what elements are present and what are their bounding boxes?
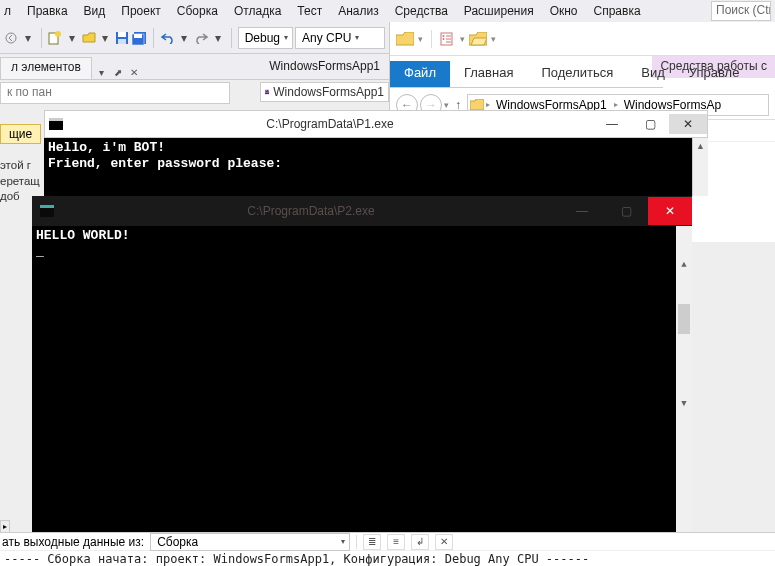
console2-output: HELLO WORLD! _ ▲ ▼ [32,226,692,532]
svg-rect-22 [40,205,54,208]
ribbon-tab-view[interactable]: Вид [627,61,679,87]
ribbon-tab-file[interactable]: Файл [390,61,450,87]
scroll-thumb[interactable] [678,304,690,334]
save-all-icon[interactable] [131,29,147,47]
toolbox-tab-general[interactable]: щие [0,124,41,144]
svg-rect-4 [118,32,126,37]
vs-doc-tabs: л элементов ▾ ⬈ ✕ WindowsFormsApp1 [0,54,389,80]
close-icon[interactable]: ✕ [127,65,141,79]
undo-icon[interactable] [160,29,175,47]
chevron-down-icon[interactable]: ▾ [177,29,192,47]
nav-back-icon[interactable] [4,29,19,47]
menu-debug[interactable]: Отладка [226,2,289,20]
save-icon[interactable] [115,29,130,47]
svg-point-2 [55,31,61,37]
svg-point-0 [6,33,16,43]
maximize-button[interactable]: ▢ [604,197,648,225]
ribbon-tab-manage[interactable]: Управле [679,61,750,87]
scroll-up-icon[interactable]: ▲ [693,138,708,154]
menu-window[interactable]: Окно [542,2,586,20]
open-icon[interactable] [81,29,96,47]
scroll-up-icon[interactable]: ▲ [676,257,692,273]
chevron-down-icon[interactable]: ▾ [491,34,496,44]
maximize-button[interactable]: ▢ [631,114,669,134]
console1-output: Hello, i'm BOT! Friend, enter password p… [44,138,692,196]
open-folder-icon[interactable] [469,32,487,46]
svg-text:C#: C# [265,90,269,94]
chevron-down-icon[interactable]: ▾ [21,29,36,47]
close-button[interactable]: ✕ [669,114,707,134]
csharp-icon: C# [265,86,269,98]
scroll-down-icon[interactable]: ▼ [676,397,692,413]
search-input[interactable]: Поиск (Ctrl+Q [711,1,771,21]
dropdown-icon[interactable]: ▾ [95,65,109,79]
redo-icon[interactable] [194,29,209,47]
svg-point-13 [443,38,445,40]
console-icon [45,118,67,130]
close-button[interactable]: ✕ [648,197,692,225]
recent-dropdown-icon[interactable]: ▾ [444,100,449,110]
vs-toolbar: ▾ ▾ ▾ ▾ ▾ Debug▾ Any CPU▾ [0,22,389,54]
output-text: ----- Сборка начата: проект: WindowsForm… [0,551,775,566]
chevron-down-icon[interactable]: ▾ [460,34,465,44]
clear-icon[interactable]: ≣ [363,534,381,550]
svg-point-12 [443,35,445,37]
console2-window: C:\ProgramData\P2.exe — ▢ ✕ HELLO WORLD!… [32,196,692,532]
menu-project[interactable]: Проект [113,2,169,20]
toolbox-search[interactable]: к по пан [0,82,230,104]
menu-item[interactable]: л [4,2,19,20]
menu-help[interactable]: Справка [586,2,649,20]
console1-scrollbar[interactable]: ▲ [692,138,708,196]
pin-icon[interactable]: ⬈ [111,65,125,79]
svg-rect-5 [118,39,126,44]
svg-rect-20 [49,118,63,121]
ribbon-tab-share[interactable]: Поделиться [527,61,627,87]
ribbon-tab-home[interactable]: Главная [450,61,527,87]
toolbox-panel-title[interactable]: л элементов [0,57,92,79]
chevron-down-icon[interactable]: ▾ [418,34,423,44]
vs-menu-bar: л Правка Вид Проект Сборка Отладка Тест … [0,0,775,22]
platform-combo[interactable]: Any CPU▾ [295,27,385,49]
menu-analyze[interactable]: Анализ [330,2,387,20]
clear-all-icon[interactable]: ✕ [435,534,453,550]
toggle-icon[interactable]: ≡ [387,534,405,550]
folder-icon [470,99,484,111]
console2-title: C:\ProgramData\P2.exe [62,204,560,218]
menu-view[interactable]: Вид [76,2,114,20]
output-source-combo[interactable]: Сборка▾ [150,533,350,551]
panel-toggle-icon[interactable]: ▸ [0,520,10,532]
wrap-icon[interactable]: ↲ [411,534,429,550]
menu-edit[interactable]: Правка [19,2,76,20]
minimize-button[interactable]: — [593,114,631,134]
menu-extensions[interactable]: Расширения [456,2,542,20]
folder-icon[interactable] [396,32,414,46]
explorer-qat: ▾ ▾ ▾ [390,22,775,56]
console2-titlebar[interactable]: C:\ProgramData\P2.exe — ▢ ✕ [32,196,692,226]
output-source-label: ать выходные данные из: [2,535,144,549]
minimize-button[interactable]: — [560,197,604,225]
output-panel: ать выходные данные из: Сборка▾ ≣ ≡ ↲ ✕ … [0,532,775,566]
menu-build[interactable]: Сборка [169,2,226,20]
new-item-icon[interactable] [48,29,63,47]
doc-sub-bar[interactable]: C# WindowsFormsApp1 [260,82,389,102]
chevron-down-icon[interactable]: ▾ [65,29,80,47]
properties-icon[interactable] [440,31,456,47]
svg-rect-8 [134,34,142,38]
console1-titlebar[interactable]: C:\ProgramData\P1.exe — ▢ ✕ [44,110,708,138]
console1-title: C:\ProgramData\P1.exe [67,117,593,131]
chevron-down-icon[interactable]: ▾ [210,29,225,47]
doc-tab[interactable]: WindowsFormsApp1 [259,57,390,79]
menu-tools[interactable]: Средства [387,2,456,20]
ribbon-tabs: Файл Главная Поделиться Вид Управле [390,58,663,88]
console2-scrollbar[interactable]: ▲ ▼ [676,226,692,532]
menu-test[interactable]: Тест [289,2,330,20]
chevron-down-icon[interactable]: ▾ [98,29,113,47]
console-icon [32,205,62,217]
config-combo[interactable]: Debug▾ [238,27,293,49]
